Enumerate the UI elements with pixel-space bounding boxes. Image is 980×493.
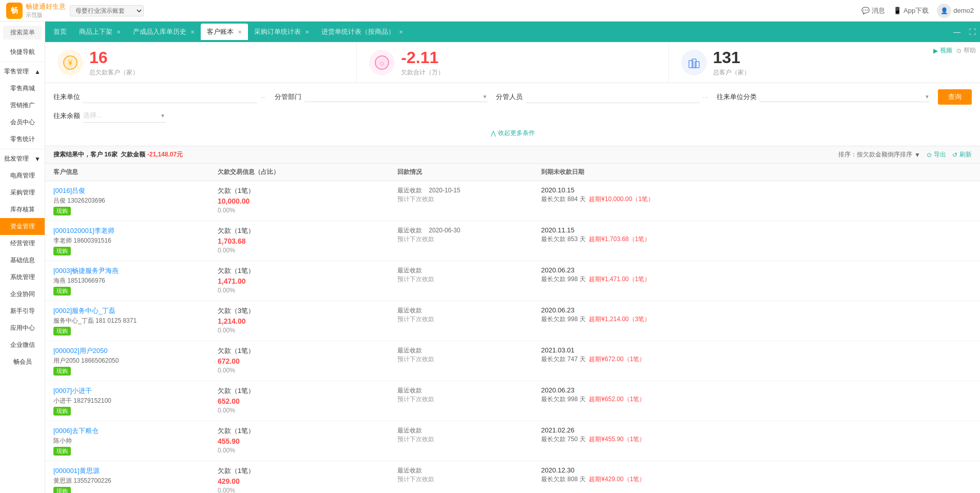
collapse-btn[interactable]: ⋀ 收起更多条件 [491,127,535,140]
query-btn[interactable]: 查询 [938,89,972,105]
video-btn[interactable]: ▶ 视频 [933,46,952,55]
sidebar-search-btn[interactable]: 搜索菜单 [3,26,42,40]
sidebar-item-system[interactable]: 系统管理 [0,269,45,286]
sidebar-item-retail-stat[interactable]: 零售统计 [0,131,45,148]
overdue-info-8: 2020.12.30 最长欠款 808 天 超期¥429.00（1笔） [541,466,972,484]
debt-count: 欠款（3笔） [218,306,397,315]
sidebar-divider-2 [0,149,45,149]
top-bar-right: 💬 消息 📱 App下载 👤 demo2 [861,4,974,18]
tab-home[interactable]: 首页 [47,24,73,40]
results-sort-btn[interactable]: 排序：按欠款金额倒序排序 ▼ [838,150,920,159]
sidebar-item-retail-mall[interactable]: 零售商城 [0,80,45,97]
customer-phone: 海燕 18513066976 [53,277,218,285]
sidebar-item-weixin[interactable]: 企业微信 [0,337,45,353]
overdue-link[interactable]: 超期¥10,000.00（1笔） [589,195,654,203]
table-row: [0003]畅捷服务尹海燕 海燕 18513066976 现购 欠款（1笔） 1… [45,261,980,301]
close-icon[interactable]: ✕ [190,29,195,35]
overdue-link[interactable]: 超期¥429.00（1笔） [589,476,645,483]
department-filter-select[interactable]: ▼ [304,92,488,102]
recovery-info-3: 最近收款 预计下次收款 [397,266,541,284]
customer-info-6: [0007]小进干 小进干 18279152100 现购 [53,386,218,416]
customer-name-link[interactable]: [000002]用户2050 [53,347,108,354]
sidebar-item-inventory[interactable]: 库存核算 [0,201,45,218]
debt-amount: 1,214.00 [218,317,397,325]
tab-inbound-stat-label: 进货单统计表（按商品） [321,27,395,36]
debt-ratio: 0.00% [218,407,397,414]
sidebar-item-member[interactable]: 会员中心 [0,114,45,131]
overdue-link[interactable]: 超期¥1,703.68（1笔） [589,235,650,243]
results-actions: 排序：按欠款金额倒序排序 ▼ ⊙ 导出 ↺ 刷新 [838,150,972,159]
content-area: 首页 商品上下架 ✕ 产成品入库单历史 ✕ 客户账本 ✕ 采购订单统计表 ✕ 进… [45,22,980,493]
debt-customers-number: 16 [89,48,139,67]
collapse-tabs-btn[interactable]: — [951,27,963,37]
app-download-btn[interactable]: 📱 App下载 [893,6,929,15]
close-icon[interactable]: ✕ [238,29,242,35]
filter-person: 分管人员 ··· [496,91,709,103]
expand-tabs-btn[interactable]: ⛶ [967,27,978,37]
sidebar-item-wholesale-mgmt[interactable]: 批发管理 ▼ [0,150,45,167]
close-icon[interactable]: ✕ [305,29,309,35]
overdue-days: 最长欠款 998 天 超期¥652.00（1笔） [541,395,972,404]
debt-ratio: 0.00% [218,447,397,454]
user-menu[interactable]: 👤 demo2 [937,4,974,18]
sidebar-item-purchase-mgmt[interactable]: 采购管理 [0,184,45,201]
recovery-date: 最近收款 [397,466,541,475]
close-icon[interactable]: ✕ [399,29,403,35]
tab-inbound-stat[interactable]: 进货单统计表（按商品） ✕ [315,24,409,40]
sidebar-item-operations[interactable]: 经营管理 [0,235,45,252]
customer-name-link[interactable]: [0001020001]李老师 [53,227,114,234]
sidebar-item-retail-mgmt[interactable]: 零售管理 ▲ [0,63,45,80]
sidebar-item-ecommerce[interactable]: 电商管理 [0,167,45,184]
stat-card-debt-customers: ¥ 16 总欠款客户（家） [45,42,357,83]
overdue-link[interactable]: 超期¥455.90（1笔） [589,436,645,443]
sidebar-item-label: 零售管理 [4,67,29,76]
tab-production-history[interactable]: 产成品入库单历史 ✕ [127,24,201,40]
table-row: [0007]小进干 小进干 18279152100 现购 欠款（1笔） 652.… [45,381,980,421]
recovery-info-1: 最近收款 2020-10-15 预计下次收款 [397,186,541,204]
customer-name-link[interactable]: [0003]畅捷服务尹海燕 [53,267,119,274]
overdue-link[interactable]: 超期¥1,214.00（3笔） [589,315,650,323]
sidebar-item-apps[interactable]: 应用中心 [0,320,45,337]
sidebar-item-marketing[interactable]: 营销推广 [0,97,45,114]
overdue-info-3: 2020.06.23 最长欠款 998 天 超期¥1,471.00（1笔） [541,266,972,284]
message-btn[interactable]: 💬 消息 [861,6,885,15]
tab-product-shelf[interactable]: 商品上下架 ✕ [73,24,127,40]
customer-name-link[interactable]: [0007]小进干 [53,387,92,395]
category-filter-label: 往来单位分类 [717,92,757,102]
debt-amount: 672.00 [218,357,397,365]
debt-count: 欠款（1笔） [218,186,397,195]
tab-purchase-stat[interactable]: 采购订单统计表 ✕ [248,24,315,40]
customer-name-link[interactable]: [000001]黄思源 [53,467,100,475]
sidebar-item-member2[interactable]: 畅会员 [0,353,45,370]
sidebar-item-newbie[interactable]: 新手引导 [0,303,45,320]
customer-filter-input[interactable] [83,91,257,103]
balance-filter-select[interactable]: 选择... ▼ [83,109,165,123]
refresh-btn[interactable]: ↺ 刷新 [952,150,972,159]
customer-name-link[interactable]: [0016]吕俊 [53,187,85,194]
sidebar-item-finance[interactable]: 资金管理 [0,218,45,235]
total-customers-number: 131 [713,48,750,67]
tab-customer-account[interactable]: 客户账本 ✕ [201,24,248,40]
overdue-link[interactable]: 超期¥672.00（1笔） [589,356,645,363]
customer-name-link[interactable]: [0002]服务中心_丁磊 [53,307,116,314]
chevron-down-icon: ▼ [914,151,920,159]
sidebar-nav-btn[interactable]: 快捷导航 [0,44,45,61]
debt-total-number: -2.11 [401,48,444,67]
overdue-days: 最长欠款 998 天 超期¥1,214.00（3笔） [541,315,972,324]
sidebar-item-enterprise[interactable]: 企业协同 [0,286,45,303]
customer-phone: 用户2050 18665062050 [53,357,218,365]
avatar: 👤 [937,4,951,18]
results-prefix: 搜索结果中，客户 [53,151,103,158]
sidebar-item-basic-info[interactable]: 基础信息 [0,252,45,269]
close-icon[interactable]: ✕ [117,29,121,35]
overdue-link[interactable]: 超期¥652.00（1笔） [589,396,645,403]
category-filter-select[interactable]: ▼ [760,92,930,102]
export-btn[interactable]: ⊙ 导出 [927,150,946,159]
overdue-link[interactable]: 超期¥1,471.00（1笔） [589,275,650,283]
tabs-bar: 首页 商品上下架 ✕ 产成品入库单历史 ✕ 客户账本 ✕ 采购订单统计表 ✕ 进… [45,22,980,42]
customer-name-link[interactable]: [0006]去下粮仓 [53,427,99,435]
department-filter-label: 分管部门 [275,92,301,102]
person-filter-input[interactable] [526,91,700,103]
help-btn[interactable]: ⊙ 帮助 [956,46,976,55]
company-select[interactable]: 母婴行业演示账套 [70,5,144,16]
